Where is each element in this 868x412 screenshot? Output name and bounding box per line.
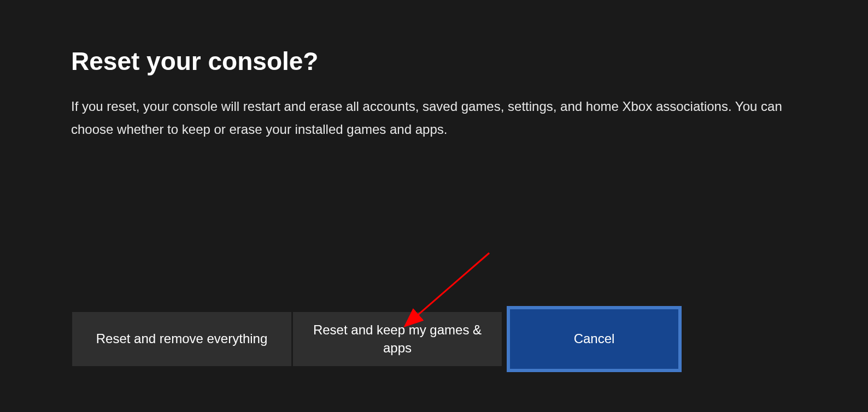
dialog-container: Reset your console? If you reset, your c… <box>0 0 868 141</box>
button-row: Reset and remove everything Reset and ke… <box>72 312 682 378</box>
reset-remove-everything-button[interactable]: Reset and remove everything <box>72 312 291 366</box>
reset-keep-games-button[interactable]: Reset and keep my games & apps <box>293 312 502 366</box>
cancel-button[interactable]: Cancel <box>507 306 682 372</box>
button-label: Cancel <box>521 309 667 369</box>
button-label: Reset and remove everything <box>96 330 268 348</box>
dialog-title: Reset your console? <box>71 46 797 76</box>
dialog-description: If you reset, your console will restart … <box>71 95 787 141</box>
button-label: Reset and keep my games & apps <box>304 321 491 357</box>
